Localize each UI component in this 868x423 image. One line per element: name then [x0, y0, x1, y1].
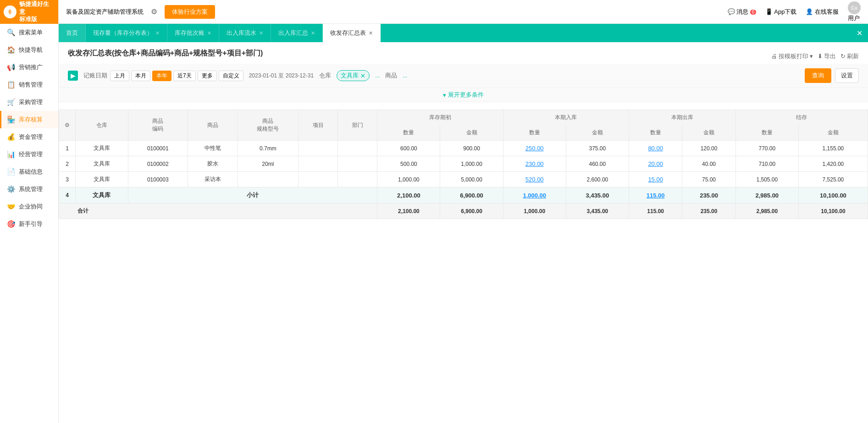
date-btn-本年[interactable]: 本年 — [152, 71, 171, 81]
row-bal-qty: 770.00 — [735, 141, 798, 156]
th-begin-qty: 数量 — [377, 125, 440, 141]
sidebar-item-搜索菜单[interactable]: 🔍搜索菜单 — [0, 24, 58, 41]
tab-1[interactable]: 现存量（库存分布表）✕ — [86, 24, 167, 42]
sidebar-icon-11: 🎯 — [7, 220, 15, 228]
row-out-qty[interactable]: 20.00 — [629, 156, 682, 172]
sub-begin-qty: 2,100.00 — [377, 187, 440, 203]
th-period-in: 本期入库 — [503, 110, 629, 126]
sidebar-label-2: 营销推广 — [19, 63, 43, 71]
row-in-qty[interactable]: 520.00 — [503, 172, 566, 187]
tab-3[interactable]: 出入库流水✕ — [219, 24, 271, 42]
sidebar-item-系统管理[interactable]: ⚙️系统管理 — [0, 181, 58, 198]
sidebar-item-资金管理[interactable]: 💰资金管理 — [0, 128, 58, 146]
sidebar-icon-0: 🔍 — [7, 28, 15, 37]
sidebar-item-快捷导航[interactable]: 🏠快捷导航 — [0, 41, 58, 59]
tab-label-1: 现存量（库存分布表） — [93, 29, 153, 37]
row-out-qty[interactable]: 15.00 — [629, 172, 682, 187]
row-bal-qty: 710.00 — [735, 156, 798, 172]
row-out-amt: 120.00 — [682, 141, 735, 156]
row-bal-amt: 1,420.00 — [798, 156, 868, 172]
row-bal-amt: 1,155.00 — [798, 141, 868, 156]
sub-out-qty[interactable]: 115.00 — [629, 187, 682, 203]
date-btn-本月[interactable]: 本月 — [131, 71, 150, 81]
message-action[interactable]: 💬 消息 6 — [728, 8, 757, 16]
total-bal-amt: 10,100.00 — [798, 203, 868, 219]
row-in-amt: 2,600.00 — [566, 172, 629, 187]
row-out-qty[interactable]: 80.00 — [629, 141, 682, 156]
setting-button[interactable]: 设置 — [835, 68, 859, 83]
sidebar-icon-10: 🤝 — [7, 203, 15, 211]
sidebar-item-经营管理[interactable]: 📊经营管理 — [0, 146, 58, 163]
tab-close-2[interactable]: ✕ — [207, 30, 211, 36]
user-action[interactable]: Ea 用户 — [848, 1, 861, 22]
sidebar-icon-7: 📊 — [7, 150, 15, 159]
gear-icon[interactable]: ⚙ — [151, 7, 157, 16]
online-service-action[interactable]: 👤 在线客服 — [806, 8, 839, 16]
row-bal-amt: 7,525.00 — [798, 172, 868, 187]
sidebar-item-销售管理[interactable]: 📋销售管理 — [0, 76, 58, 93]
row-warehouse: 文具库 — [76, 172, 128, 187]
row-name: 采访本 — [188, 172, 238, 187]
export-button[interactable]: ⬇ 导出 — [818, 52, 836, 60]
sidebar-item-库存核算[interactable]: 🏪库存核算 — [0, 111, 58, 128]
row-name: 胶水 — [188, 156, 238, 172]
warehouse-tag[interactable]: 文具库 ✕ — [337, 70, 370, 81]
row-project — [298, 172, 337, 187]
row-out-amt: 75.00 — [682, 172, 735, 187]
sidebar-item-营销推广[interactable]: 📢营销推广 — [0, 59, 58, 76]
sidebar-item-企业协同[interactable]: 🤝企业协同 — [0, 198, 58, 215]
tab-4[interactable]: 出入库汇总✕ — [271, 24, 323, 42]
row-dept — [338, 172, 377, 187]
row-begin-amt: 900.00 — [440, 141, 503, 156]
table-row: 2 文具库 0100002 胶水 20ml 500.00 1,000.00 23… — [59, 156, 868, 172]
tab-close-4[interactable]: ✕ — [311, 30, 315, 36]
remove-warehouse-tag-button[interactable]: ✕ — [360, 72, 365, 79]
th-spec: 商品规格型号 — [238, 110, 298, 141]
expand-conditions-button[interactable]: ▾ 展开更多条件 — [443, 91, 484, 99]
row-in-amt: 460.00 — [566, 156, 629, 172]
row-begin-amt: 1,000.00 — [440, 156, 503, 172]
tab-label-0: 首页 — [66, 29, 78, 37]
sidebar-item-采购管理[interactable]: 🛒采购管理 — [0, 93, 58, 111]
message-badge: 6 — [750, 10, 757, 15]
page-content: 收发存汇总表(按仓库+商品编码+商品+规格型号+项目+部门) 🖨 按模板打印 ▾… — [59, 42, 868, 423]
th-dept: 部门 — [338, 110, 377, 141]
sub-in-qty[interactable]: 1,000.00 — [503, 187, 566, 203]
tab-2[interactable]: 库存批次账✕ — [167, 24, 219, 42]
tab-5[interactable]: 收发存汇总表✕ — [323, 24, 381, 42]
total-out-qty: 115.00 — [629, 203, 682, 219]
close-all-tabs-button[interactable]: ✕ — [851, 29, 868, 38]
trial-button[interactable]: 体验行业方案 — [165, 5, 215, 19]
date-btn-自定义[interactable]: 自定义 — [219, 71, 243, 81]
th-bal-qty: 数量 — [735, 125, 798, 141]
sidebar-item-基础信息[interactable]: 📄基础信息 — [0, 163, 58, 181]
tab-0[interactable]: 首页 — [59, 24, 86, 42]
warehouse-more-button[interactable]: ... — [375, 72, 380, 79]
date-label: 记账日期 — [83, 71, 107, 80]
data-table-wrap: ⚙ 仓库 商品编码 商品 商品规格型号 项目 部门 库存期初 本期入库 本期出库… — [59, 102, 868, 226]
row-in-qty[interactable]: 230.00 — [503, 156, 566, 172]
th-settings: ⚙ — [59, 110, 76, 141]
row-begin-qty: 500.00 — [377, 156, 440, 172]
date-btn-更多[interactable]: 更多 — [198, 71, 217, 81]
tab-close-1[interactable]: ✕ — [155, 30, 160, 36]
filter-toggle-button[interactable]: ▶ — [68, 71, 78, 81]
print-button[interactable]: 🖨 按模板打印 ▾ — [771, 52, 813, 60]
query-button[interactable]: 查询 — [805, 68, 831, 83]
row-in-qty[interactable]: 250.00 — [503, 141, 566, 156]
date-btn-近7天[interactable]: 近7天 — [173, 71, 196, 81]
sidebar-label-9: 系统管理 — [19, 185, 43, 193]
sidebar-item-新手引导[interactable]: 🎯新手引导 — [0, 215, 58, 233]
tab-close-5[interactable]: ✕ — [369, 30, 373, 36]
date-btn-上月[interactable]: 上月 — [110, 71, 129, 81]
refresh-button[interactable]: ↻ 刷新 — [840, 52, 859, 60]
sidebar-label-1: 快捷导航 — [19, 46, 43, 54]
total-bal-qty: 2,985.00 — [735, 203, 798, 219]
app-download-action[interactable]: 📱 App下载 — [765, 8, 796, 16]
sidebar-label-3: 销售管理 — [19, 81, 43, 89]
row-dept — [338, 141, 377, 156]
tab-close-3[interactable]: ✕ — [259, 30, 263, 36]
sidebar-icon-4: 🛒 — [7, 98, 15, 106]
goods-more-button[interactable]: ... — [403, 72, 407, 79]
total-out-amt: 235.00 — [682, 203, 735, 219]
